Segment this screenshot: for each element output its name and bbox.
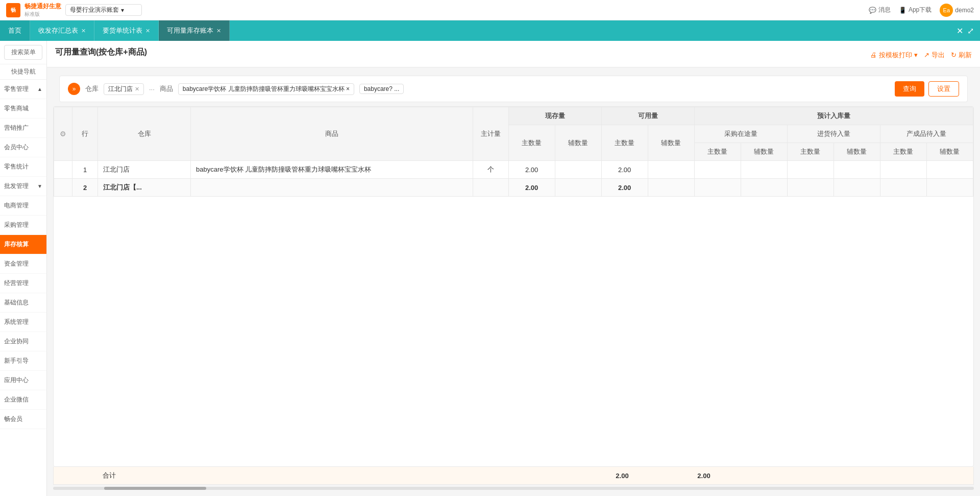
tab-receivepay[interactable]: 收发存汇总表 ✕ (30, 20, 94, 41)
th-row: 行 (72, 107, 98, 161)
sidebar-item-members[interactable]: 畅会员 (0, 410, 46, 429)
row-purchase-transit-aux-1 (741, 161, 787, 179)
sidebar-quick-nav[interactable]: 快捷导航 (0, 64, 46, 80)
filter-action-buttons: 查询 设置 (895, 81, 959, 97)
row-warehouse-2: 江北门店【... (98, 179, 191, 197)
refresh-icon: ↻ (951, 51, 957, 59)
scrollbar-track (53, 487, 974, 490)
row-production-aux-1 (926, 161, 973, 179)
warehouse-filter-label: 仓库 (85, 84, 99, 93)
query-button[interactable]: 查询 (895, 81, 924, 97)
row-warehouse-1: 江北门店 (98, 161, 191, 179)
th-warehouse: 仓库 (98, 107, 191, 161)
th-purchase-transit-main: 主数量 (694, 143, 741, 161)
sidebar: 搜索菜单 快捷导航 零售管理 零售商城 营销推广 会员中心 零售统计 批发管理 … (0, 41, 47, 496)
export-button[interactable]: ↗ 导出 (924, 51, 945, 60)
tab-inventory[interactable]: 可用量库存账本 ✕ (159, 20, 230, 41)
th-pending-main: 主数量 (787, 143, 834, 161)
main-layout: 搜索菜单 快捷导航 零售管理 零售商城 营销推广 会员中心 零售统计 批发管理 … (0, 41, 980, 496)
sidebar-item-retail-mall[interactable]: 零售商城 (0, 99, 46, 119)
row-current-aux-2 (555, 179, 601, 197)
th-current-aux-qty: 辅数量 (555, 125, 601, 161)
user-profile[interactable]: Ea demo2 (940, 4, 974, 17)
sidebar-item-inventory-check[interactable]: 库存核算 (0, 235, 46, 254)
row-settings-1 (54, 161, 72, 179)
filter-bar: » 仓库 江北门店 ✕ ··· 商品 babycare学饮杯 儿童防摔防撞吸管杯… (59, 76, 968, 102)
th-purchase-transit-aux: 辅数量 (741, 143, 787, 161)
sidebar-item-wholesale-mgmt[interactable]: 批发管理 (0, 177, 46, 196)
sidebar-item-enterprise-collab[interactable]: 企业协同 (0, 332, 46, 351)
row-unit-2 (473, 179, 508, 197)
expand-filter-button[interactable]: » (68, 83, 80, 95)
close-tab-purchasestat[interactable]: ✕ (145, 28, 150, 34)
th-available-main-qty: 主数量 (601, 125, 648, 161)
sidebar-item-marketing[interactable]: 营销推广 (0, 119, 46, 138)
sidebar-search-button[interactable]: 搜索菜单 (4, 45, 42, 60)
horizontal-scrollbar[interactable] (53, 485, 974, 492)
refresh-button[interactable]: ↻ 刷新 (951, 51, 972, 60)
settings-button[interactable]: 设置 (928, 81, 959, 97)
print-button[interactable]: 🖨 按模板打印 ▾ (870, 51, 918, 60)
sidebar-item-retail-stats[interactable]: 零售统计 (0, 157, 46, 177)
product-tag-2: babycare? ... (359, 84, 404, 94)
header-actions: 🖨 按模板打印 ▾ ↗ 导出 ↻ 刷新 (870, 51, 972, 60)
filter-section: » 仓库 江北门店 ✕ ··· 商品 babycare学饮杯 儿童防摔防撞吸管杯… (47, 67, 980, 106)
sidebar-item-member[interactable]: 会员中心 (0, 138, 46, 157)
tab-home[interactable]: 首页 (0, 20, 30, 41)
th-purchase-in-transit: 采购在途量 (694, 125, 787, 143)
th-production-pending: 产成品待入量 (880, 125, 973, 143)
close-all-tabs-button[interactable]: ✕ (957, 26, 963, 36)
row-purchase-transit-aux-2 (741, 179, 787, 197)
sidebar-item-enterprise-wechat[interactable]: 企业微信 (0, 390, 46, 410)
sidebar-item-system[interactable]: 系统管理 (0, 313, 46, 332)
row-pending-main-1 (787, 161, 834, 179)
row-num-2: 2 (72, 179, 98, 197)
sidebar-item-purchase[interactable]: 采购管理 (0, 216, 46, 235)
nav-tabs-actions: ✕ ⤢ (957, 26, 980, 36)
print-icon: 🖨 (870, 51, 877, 59)
product-filter-label: 商品 (160, 84, 173, 93)
sidebar-item-basic-info[interactable]: 基础信息 (0, 293, 46, 313)
sidebar-item-retail-mgmt[interactable]: 零售管理 (0, 80, 46, 99)
row-pending-aux-2 (834, 179, 880, 197)
export-icon: ↗ (924, 51, 929, 59)
th-available-aux-qty: 辅数量 (648, 125, 694, 161)
workspace-selector[interactable]: 母婴行业演示账套 ▾ (65, 4, 142, 16)
table-settings-icon[interactable]: ⚙ (60, 130, 66, 138)
footer-current-total: 2.00 (602, 472, 643, 480)
row-current-main-2: 2.00 (508, 179, 555, 197)
expand-window-button[interactable]: ⤢ (967, 26, 974, 36)
sidebar-item-ecommerce[interactable]: 电商管理 (0, 196, 46, 216)
th-pending-aux: 辅数量 (834, 143, 880, 161)
filter-dots-button[interactable]: ··· (149, 85, 155, 93)
row-purchase-transit-main-1 (694, 161, 741, 179)
content-area: 可用量查询(按仓库+商品) 🖨 按模板打印 ▾ ↗ 导出 ↻ 刷新 (47, 41, 980, 496)
close-tab-receivepay[interactable]: ✕ (81, 28, 86, 34)
app-download-button[interactable]: 📱 App下载 (899, 6, 932, 14)
th-production-aux: 辅数量 (926, 143, 973, 161)
sidebar-item-new-guide[interactable]: 新手引导 (0, 351, 46, 371)
chevron-down-icon: ▾ (121, 7, 124, 14)
sidebar-search-area: 搜索菜单 (0, 41, 46, 64)
close-tab-inventory[interactable]: ✕ (216, 28, 221, 34)
sidebar-item-operations[interactable]: 经营管理 (0, 274, 46, 293)
warehouse-tag: 江北门店 ✕ (104, 83, 144, 95)
scrollbar-thumb[interactable] (104, 487, 206, 490)
th-available-group: 可用量 (601, 107, 694, 125)
remove-warehouse-tag-button[interactable]: ✕ (135, 86, 139, 92)
row-pending-main-2 (787, 179, 834, 197)
table-row: 2 江北门店【... 2.00 2.00 (54, 179, 973, 197)
download-icon: 📱 (899, 7, 906, 14)
sidebar-item-finance[interactable]: 资金管理 (0, 254, 46, 274)
row-current-main-1: 2.00 (508, 161, 555, 179)
row-available-aux-2 (648, 179, 694, 197)
avatar: Ea (940, 4, 953, 17)
sidebar-item-app-center[interactable]: 应用中心 (0, 371, 46, 390)
row-production-main-1 (880, 161, 926, 179)
row-num-1: 1 (72, 161, 98, 179)
message-button[interactable]: 💬 消息 (869, 6, 891, 14)
tab-purchasestat[interactable]: 要货单统计表 ✕ (94, 20, 159, 41)
row-product-1: babycare学饮杯 儿童防摔防撞吸管杯重力球吸嘴杯宝宝水杯 (191, 161, 473, 179)
th-pending-inbound: 进货待入量 (787, 125, 880, 143)
message-icon: 💬 (869, 7, 876, 14)
